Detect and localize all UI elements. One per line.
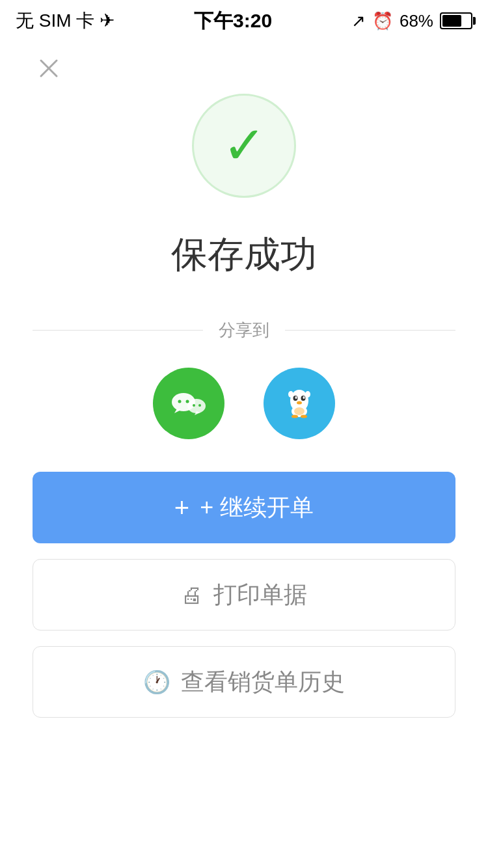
divider-left	[33, 330, 203, 331]
action-buttons: + + 继续开单 🖨 打印单据 🕐 查看销货单历史	[0, 472, 488, 718]
print-button[interactable]: 🖨 打印单据	[33, 559, 455, 631]
success-circle: ✓	[192, 94, 296, 198]
battery-fill	[442, 15, 461, 27]
continue-button[interactable]: + + 继续开单	[33, 472, 455, 543]
history-icon: 🕐	[143, 669, 170, 695]
svg-point-4	[178, 400, 181, 403]
divider-container: 分享到	[0, 319, 488, 342]
status-right: ↗ ⏰ 68%	[351, 11, 472, 31]
history-button-label: 查看销货单历史	[181, 666, 345, 698]
status-left: 无 SIM 卡 ✈	[16, 8, 115, 33]
success-title: 保存成功	[171, 230, 317, 280]
svg-point-3	[187, 399, 206, 413]
qq-icon	[278, 383, 321, 425]
close-button[interactable]	[33, 52, 65, 85]
close-icon	[37, 57, 61, 80]
plus-icon: +	[174, 493, 189, 522]
svg-point-17	[294, 407, 305, 415]
continue-button-label: + 继续开单	[200, 492, 314, 524]
svg-point-14	[303, 396, 305, 399]
wechat-icon	[168, 383, 210, 425]
share-label: 分享到	[203, 319, 285, 342]
wechat-share-button[interactable]	[153, 368, 224, 439]
no-sim-text: 无 SIM 卡 ✈	[16, 8, 115, 33]
svg-point-13	[295, 396, 297, 399]
svg-point-5	[185, 400, 189, 403]
svg-point-6	[193, 404, 195, 407]
alarm-icon: ⏰	[372, 11, 393, 31]
status-time: 下午3:20	[194, 8, 272, 34]
battery-icon	[440, 12, 472, 29]
share-section: 分享到	[0, 319, 488, 439]
qq-share-button[interactable]	[264, 368, 335, 439]
print-icon: 🖨	[181, 582, 203, 608]
svg-point-15	[297, 401, 302, 404]
status-bar: 无 SIM 卡 ✈ 下午3:20 ↗ ⏰ 68%	[0, 0, 488, 42]
check-mark-icon: ✓	[223, 120, 266, 172]
svg-point-21	[305, 391, 310, 398]
battery-percent: 68%	[400, 11, 433, 31]
share-icons-row	[153, 368, 335, 439]
svg-point-19	[301, 414, 307, 418]
print-button-label: 打印单据	[213, 579, 307, 611]
history-button[interactable]: 🕐 查看销货单历史	[33, 646, 455, 718]
svg-point-20	[288, 391, 293, 398]
svg-point-7	[198, 404, 201, 407]
location-icon: ↗	[351, 11, 366, 31]
svg-point-18	[291, 414, 298, 418]
divider-right	[285, 330, 455, 331]
main-content: ✓ 保存成功 分享到	[0, 42, 488, 718]
